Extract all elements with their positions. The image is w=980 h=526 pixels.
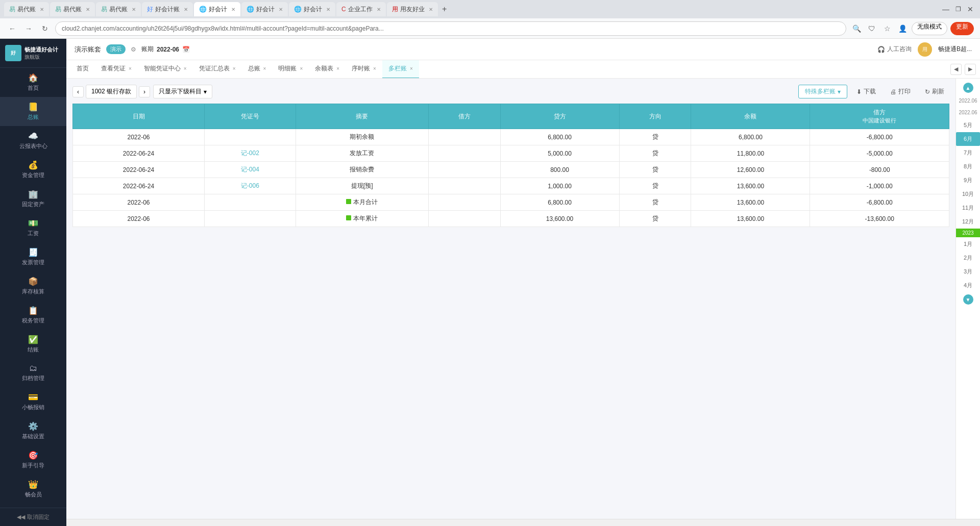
tab-sequence-ledger[interactable]: 序时账 × <box>346 60 382 79</box>
tab-close-1[interactable]: ✕ <box>40 7 44 12</box>
next-account-button[interactable]: › <box>139 86 150 97</box>
tab-close-9[interactable]: ✕ <box>429 7 433 12</box>
tab-close-voucher-summary[interactable]: × <box>233 66 236 71</box>
tab-close-2[interactable]: ✕ <box>86 7 90 12</box>
month-october[interactable]: 10月 <box>956 187 980 201</box>
download-button[interactable]: ⬇ 下载 <box>851 85 881 98</box>
browser-tab-8[interactable]: C 企业工作 ✕ <box>336 2 386 16</box>
print-button[interactable]: 🖨 打印 <box>885 85 916 98</box>
month-november[interactable]: 11月 <box>956 201 980 215</box>
date-2022-06-top2[interactable]: 2022.06 <box>956 107 980 118</box>
expense-icon: 💳 <box>28 392 38 402</box>
browser-tab-4[interactable]: 好 好会计账 ✕ <box>142 2 193 16</box>
tab-close-detail-ledger[interactable]: × <box>300 66 303 71</box>
tab-home[interactable]: 首页 <box>70 60 95 79</box>
filter-subcategory-button[interactable]: 只显示下级科目 ▾ <box>153 85 212 98</box>
date-scroll-up[interactable]: ▲ <box>963 83 973 93</box>
tab-close-7[interactable]: ✕ <box>326 7 330 12</box>
year-2023-badge[interactable]: 2023 <box>956 229 980 237</box>
minimize-button[interactable]: — <box>940 4 951 15</box>
special-multi-column-button[interactable]: 特殊多栏账 ▾ <box>798 85 847 98</box>
tab-detail-ledger[interactable]: 明细账 × <box>272 60 309 79</box>
bookmark-icon-btn[interactable]: ☆ <box>881 22 893 35</box>
month-august[interactable]: 8月 <box>956 160 980 173</box>
update-button[interactable]: 更新 <box>950 22 974 35</box>
maximize-button[interactable]: ❐ <box>952 4 964 15</box>
collapse-left-button[interactable]: ◀ <box>950 64 962 75</box>
browser-tab-6[interactable]: 🌐 好会计 ✕ <box>241 2 288 16</box>
tab-balance-sheet[interactable]: 余额表 × <box>309 60 346 79</box>
profile-icon-btn[interactable]: 👤 <box>896 22 909 35</box>
tab-close-5[interactable]: ✕ <box>231 7 235 12</box>
tab-close-multi-column[interactable]: × <box>410 66 413 71</box>
date-scroll-down[interactable]: ▼ <box>963 294 973 305</box>
sidebar-item-home[interactable]: 🏠 首页 <box>0 68 66 97</box>
close-window-button[interactable]: ✕ <box>965 4 976 15</box>
month-june[interactable]: 6月 <box>956 132 980 146</box>
sidebar-item-settings[interactable]: ⚙️ 基础设置 <box>0 416 66 445</box>
calendar-icon[interactable]: 📅 <box>182 46 190 53</box>
tab-close-4[interactable]: ✕ <box>184 7 188 12</box>
sidebar-item-funds[interactable]: 💰 资金管理 <box>0 155 66 184</box>
back-button[interactable]: ← <box>6 22 18 35</box>
tab-view-voucher[interactable]: 查看凭证 × <box>95 60 138 79</box>
date-2022-06-top1[interactable]: 2022.06 <box>956 95 980 107</box>
browser-tab-7[interactable]: 🌐 好会计 ✕ <box>289 2 335 16</box>
no-trace-button[interactable]: 无痕模式 <box>912 22 947 35</box>
sidebar-item-membership[interactable]: 👑 畅会员 <box>0 474 66 504</box>
forward-button[interactable]: → <box>22 22 35 35</box>
browser-tab-5-active[interactable]: 🌐 好会计 ✕ <box>194 2 240 16</box>
cell-credit: 13,600.00 <box>500 211 619 227</box>
voucher-link[interactable]: 记-006 <box>241 182 259 189</box>
tab-close-3[interactable]: ✕ <box>132 7 136 12</box>
tab-close-balance-sheet[interactable]: × <box>336 66 339 71</box>
voucher-link[interactable]: 记-004 <box>241 166 259 173</box>
new-tab-button[interactable]: + <box>439 4 450 15</box>
tab-close-view-voucher[interactable]: × <box>129 66 132 71</box>
sidebar-item-assets[interactable]: 🏢 固定资产 <box>0 184 66 213</box>
shield-icon-btn[interactable]: 🛡 <box>866 22 878 35</box>
month-december[interactable]: 12月 <box>956 215 980 229</box>
sidebar-item-expense[interactable]: 💳 小畅报销 <box>0 387 66 416</box>
month-september[interactable]: 9月 <box>956 173 980 187</box>
sidebar-item-guide[interactable]: 🎯 新手引导 <box>0 445 66 474</box>
horizontal-scrollbar[interactable] <box>66 519 980 526</box>
month-jan-2023[interactable]: 1月 <box>956 237 980 251</box>
pin-sidebar-button[interactable]: ◀◀ 取消固定 <box>0 508 66 526</box>
settings-gear-icon[interactable]: ⚙ <box>131 46 136 53</box>
tab-voucher-summary[interactable]: 凭证汇总表 × <box>193 60 242 79</box>
browser-tab-9[interactable]: 用 用友好业 ✕ <box>387 2 438 16</box>
sidebar-item-inventory[interactable]: 📦 库存核算 <box>0 271 66 300</box>
tab-close-6[interactable]: ✕ <box>279 7 283 12</box>
month-apr-2023[interactable]: 4月 <box>956 279 980 292</box>
url-input[interactable]: cloud2.chanjet.com/accounting/uh26t264j5… <box>55 21 846 36</box>
tab-close-smart-voucher[interactable]: × <box>184 66 187 71</box>
reload-button[interactable]: ↻ <box>39 22 51 35</box>
sidebar-item-ledger[interactable]: 📒 总账 <box>0 97 66 126</box>
tab-multi-column[interactable]: 多栏账 × <box>382 60 419 79</box>
month-feb-2023[interactable]: 2月 <box>956 251 980 265</box>
browser-tab-1[interactable]: 易 易代账 ✕ <box>4 2 49 16</box>
month-july[interactable]: 7月 <box>956 146 980 160</box>
tab-close-general-ledger[interactable]: × <box>263 66 266 71</box>
browser-tab-2[interactable]: 易 易代账 ✕ <box>50 2 95 16</box>
tab-smart-voucher[interactable]: 智能凭证中心 × <box>138 60 193 79</box>
tab-close-sequence-ledger[interactable]: × <box>373 66 376 71</box>
collapse-right-button[interactable]: ▶ <box>965 64 976 75</box>
prev-account-button[interactable]: ‹ <box>72 86 84 97</box>
sidebar-item-invoice[interactable]: 🧾 发票管理 <box>0 242 66 271</box>
refresh-button[interactable]: ↻ 刷新 <box>920 85 949 98</box>
sidebar-item-archive[interactable]: 🗂 归档管理 <box>0 359 66 387</box>
search-icon-btn[interactable]: 🔍 <box>850 22 863 35</box>
month-may[interactable]: 5月 <box>956 118 980 132</box>
sidebar-item-cloud-reports[interactable]: ☁️ 云报表中心 <box>0 126 66 155</box>
consult-button[interactable]: 🎧 人工咨询 <box>877 45 912 54</box>
browser-tab-3[interactable]: 易 易代账 ✕ <box>96 2 141 16</box>
tab-close-8[interactable]: ✕ <box>377 7 381 12</box>
voucher-link[interactable]: 记-002 <box>241 149 259 157</box>
month-mar-2023[interactable]: 3月 <box>956 265 980 279</box>
sidebar-item-tax[interactable]: 📋 税务管理 <box>0 300 66 330</box>
sidebar-item-salary[interactable]: 💵 工资 <box>0 213 66 242</box>
sidebar-item-closing[interactable]: ✅ 结账 <box>0 330 66 359</box>
tab-general-ledger[interactable]: 总账 × <box>242 60 273 79</box>
